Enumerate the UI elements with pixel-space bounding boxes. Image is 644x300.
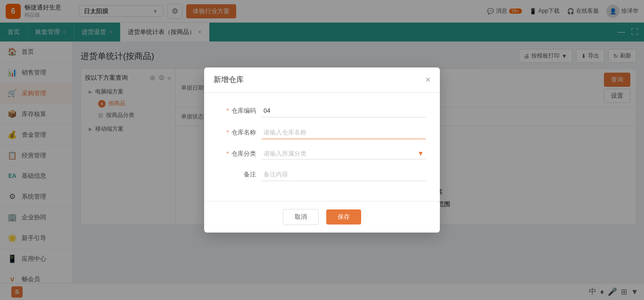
form-label-note: 备注 [218,170,256,179]
cancel-button[interactable]: 取消 [283,209,319,225]
form-label-name: * 仓库名称 [218,128,256,137]
dialog-footer: 取消 保存 [204,201,440,233]
category-chevron-icon: ▼ [417,150,424,157]
required-mark-category: * [226,150,229,157]
save-button[interactable]: 保存 [326,209,361,225]
warehouse-name-input[interactable] [262,126,426,139]
category-select[interactable]: 请输入所属分类 [264,150,417,157]
dialog-body: * 仓库编码 * 仓库名称 * 仓库分类 [204,93,440,201]
form-row-category: * 仓库分类 请输入所属分类 ▼ [218,148,426,159]
dialog-close-icon[interactable]: × [425,75,430,85]
warehouse-code-input[interactable] [262,104,426,117]
form-label-category: * 仓库分类 [218,150,256,158]
form-label-code: * 仓库编码 [218,107,256,115]
form-row-name: * 仓库名称 [218,126,426,139]
category-select-wrap[interactable]: 请输入所属分类 ▼ [262,148,426,159]
add-warehouse-dialog: 新增仓库 × * 仓库编码 * 仓库名称 [204,67,440,233]
dialog-overlay: 新增仓库 × * 仓库编码 * 仓库名称 [0,0,644,300]
required-mark-code: * [226,107,229,114]
required-mark-name: * [226,129,229,136]
dialog-title: 新增仓库 [214,75,244,85]
form-row-note: 备注 [218,168,426,181]
warehouse-note-input[interactable] [262,168,426,181]
form-row-code: * 仓库编码 [218,104,426,117]
dialog-header: 新增仓库 × [204,67,440,93]
